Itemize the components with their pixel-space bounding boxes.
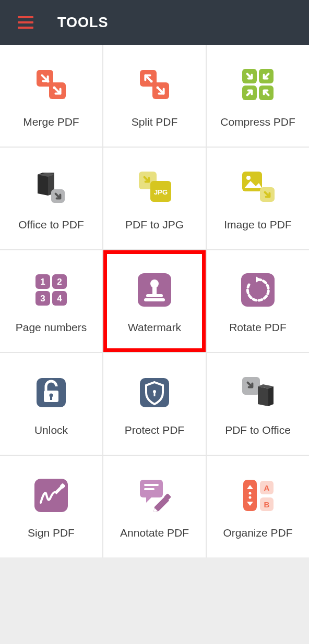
menu-icon[interactable] [18, 16, 33, 29]
tool-label: Merge PDF [23, 116, 79, 128]
pdf2jpg-icon: JPG [137, 166, 172, 208]
svg-point-2 [47, 80, 50, 82]
svg-point-17 [246, 176, 251, 180]
rotate-icon [240, 269, 276, 311]
tool-label: PDF to JPG [125, 218, 184, 231]
tool-label: Split PDF [132, 116, 178, 128]
svg-text:A: A [264, 483, 270, 492]
pdf2office-icon [240, 372, 276, 414]
tool-sign[interactable]: Sign PDF [0, 456, 102, 557]
tool-label: Office to PDF [18, 218, 84, 231]
svg-rect-36 [50, 396, 52, 400]
tool-label: Compress PDF [220, 116, 295, 128]
svg-text:3: 3 [40, 294, 45, 303]
tool-rotate[interactable]: Rotate PDF [207, 250, 309, 352]
svg-point-3 [53, 86, 56, 89]
svg-rect-30 [146, 294, 163, 297]
svg-point-28 [150, 280, 159, 288]
tool-split[interactable]: Split PDF [103, 45, 206, 147]
svg-text:B: B [264, 500, 270, 509]
tool-pagenumbers[interactable]: 1234 Page numbers [0, 250, 102, 352]
annotate-icon [137, 475, 172, 516]
tool-label: Rotate PDF [229, 321, 287, 334]
tool-label: Unlock [34, 424, 68, 436]
tool-annotate[interactable]: Annotate PDF [103, 456, 206, 557]
watermark-icon [137, 269, 172, 311]
tool-unlock[interactable]: Unlock [0, 353, 102, 455]
pagenumbers-icon: 1234 [33, 269, 69, 311]
tool-label: PDF to Office [225, 424, 291, 436]
tool-label: Organize PDF [223, 527, 292, 539]
img2pdf-icon [240, 166, 276, 208]
tool-label: Sign PDF [28, 527, 75, 539]
svg-point-7 [157, 86, 159, 89]
svg-text:4: 4 [57, 294, 62, 303]
split-icon [137, 64, 172, 105]
svg-rect-39 [154, 392, 156, 396]
tool-protect[interactable]: Protect PDF [103, 353, 206, 455]
tool-organize[interactable]: AB Organize PDF [207, 456, 309, 557]
svg-point-49 [249, 496, 252, 499]
tool-label: Page numbers [16, 321, 87, 334]
svg-point-6 [150, 80, 153, 82]
tool-compress[interactable]: Compress PDF [207, 45, 309, 147]
svg-rect-44 [144, 484, 159, 486]
tool-office2pdf[interactable]: Office to PDF [0, 148, 102, 249]
tool-label: Protect PDF [125, 424, 184, 436]
svg-rect-31 [144, 298, 165, 301]
tool-merge[interactable]: Merge PDF [0, 45, 102, 147]
tool-label: Watermark [128, 321, 181, 334]
sign-icon [33, 475, 69, 516]
office2pdf-icon [33, 166, 69, 208]
svg-text:1: 1 [40, 277, 45, 287]
tool-pdf2office[interactable]: PDF to Office [207, 353, 309, 455]
svg-rect-16 [242, 172, 262, 191]
tool-pdf2jpg[interactable]: JPG PDF to JPG [103, 148, 206, 249]
svg-text:2: 2 [57, 277, 62, 287]
svg-text:JPG: JPG [154, 188, 168, 196]
protect-icon [137, 372, 172, 414]
svg-point-48 [249, 492, 252, 494]
tool-label: Image to PDF [224, 218, 292, 231]
svg-rect-29 [152, 287, 157, 294]
tool-img2pdf[interactable]: Image to PDF [207, 148, 309, 249]
svg-rect-45 [144, 488, 154, 490]
app-header: TOOLS [0, 0, 309, 45]
organize-icon: AB [240, 475, 276, 516]
svg-rect-47 [243, 480, 257, 511]
tools-grid: Merge PDF Split PDF Compress PDF Office … [0, 45, 309, 557]
tool-watermark[interactable]: Watermark [103, 250, 206, 352]
page-title: TOOLS [57, 15, 109, 31]
tool-label: Annotate PDF [120, 527, 189, 539]
unlock-icon [33, 372, 69, 414]
compress-icon [240, 64, 276, 105]
merge-icon [33, 64, 69, 105]
